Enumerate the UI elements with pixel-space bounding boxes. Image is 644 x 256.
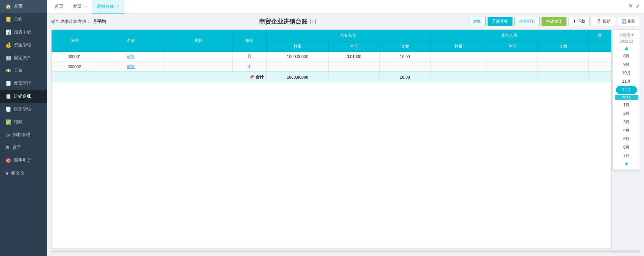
- sidebar-item-guide[interactable]: 🎯 新手引导: [0, 154, 47, 167]
- refresh-icon: 🔄: [621, 19, 626, 24]
- total-ci-qty: [430, 72, 487, 82]
- home-icon: 🏠: [5, 4, 11, 9]
- sidebar-label-close: 结账: [14, 119, 23, 125]
- sidebar: 🏠 首页 📒 总账 📊 报表中心 💰 资金管理 🏢 固定资产 💵 工资 🧾 发票…: [0, 0, 47, 256]
- sidebar-label-guide: 新手引导: [14, 157, 31, 163]
- close-account-icon: ✅: [5, 119, 11, 125]
- col-unit: 单位: [233, 30, 267, 52]
- tab-stock[interactable]: 进销台账 ×: [92, 0, 124, 14]
- cost-method-value: 月平均: [93, 19, 106, 25]
- month-7[interactable]: 7月: [613, 152, 640, 160]
- page-title: 商贸企业进销台账: [259, 18, 308, 26]
- reopen-button[interactable]: 重新开账: [488, 17, 513, 26]
- sidebar-item-settings[interactable]: ⚙ 设置: [0, 141, 47, 154]
- sidebar-item-assets[interactable]: 🏢 固定资产: [0, 51, 47, 64]
- salary-icon: 💵: [5, 68, 11, 73]
- funds-icon: 💰: [5, 42, 11, 48]
- col-id: 编号: [52, 30, 97, 52]
- month-12[interactable]: 12月: [616, 86, 637, 94]
- content-area: ✕ ⤢ 销售成本计算方法： 月平均 商贸企业进销台账 i 对账 重新开账 存货别…: [47, 14, 644, 256]
- name-link[interactable]: 前缸: [127, 64, 135, 69]
- cell-pb-amount: [379, 62, 430, 72]
- cell-ci-qty: [430, 62, 487, 72]
- tab-home[interactable]: 首页: [50, 0, 68, 14]
- cell-ci-extra: [588, 62, 611, 72]
- sidebar-item-tax[interactable]: 📑 税务管理: [0, 103, 47, 116]
- sidebar-item-invoice[interactable]: 🧾 发票管理: [0, 77, 47, 90]
- cell-pb-qty: [266, 62, 328, 72]
- total-row: 📌合计 1000.00000 10.00: [52, 72, 611, 82]
- table-row: 000002 前缸 个: [52, 62, 611, 72]
- toolbar-buttons: 对账 重新开账 存货别名 生成凭证 ⬇ 下载 ❓ 帮助 🔄 刷新: [469, 17, 640, 26]
- sidebar-item-stock[interactable]: 📋 进销台账: [0, 90, 47, 103]
- cell-id: 000002: [52, 62, 97, 72]
- month-scroll-up[interactable]: ▲: [613, 44, 640, 52]
- col-spec: 规格: [165, 30, 233, 52]
- info-icon[interactable]: i: [310, 19, 316, 24]
- total-pb-amount: 10.00: [379, 72, 430, 82]
- month-2[interactable]: 2月: [613, 109, 640, 118]
- col-pb-qty: 数量: [266, 42, 328, 52]
- cell-ci-amount: [538, 62, 589, 72]
- sidebar-item-archive[interactable]: 🗂 归档管理: [0, 128, 47, 141]
- cost-method: 销售成本计算方法： 月平均: [51, 19, 106, 25]
- tab-invoice[interactable]: 发票 ×: [68, 0, 92, 14]
- col-ci-amount: 金额: [538, 42, 589, 52]
- cell-unit: 个: [233, 62, 267, 72]
- reconcile-button[interactable]: 对账: [469, 17, 486, 26]
- sidebar-item-close[interactable]: ✅ 结账: [0, 116, 47, 128]
- month-3[interactable]: 3月: [613, 118, 640, 126]
- sidebar-item-home[interactable]: 🏠 首页: [0, 0, 47, 13]
- tab-home-label: 首页: [55, 3, 63, 9]
- month-6[interactable]: 6月: [613, 143, 640, 152]
- help-button[interactable]: ❓ 帮助: [592, 17, 615, 26]
- archive-icon: 🗂: [5, 132, 10, 137]
- table-row: 000001 前缸 只 1000.00000 0.01000 10.00: [52, 52, 611, 62]
- month-5[interactable]: 5月: [613, 135, 640, 143]
- horizontal-scrollbar[interactable]: [51, 250, 640, 253]
- download-icon: ⬇: [573, 19, 576, 24]
- total-icon: 📌: [249, 75, 254, 79]
- settings-icon: ⚙: [5, 145, 10, 150]
- save-alias-button[interactable]: 存货别名: [515, 17, 539, 26]
- sidebar-label-salary: 工资: [14, 68, 23, 74]
- tax-icon: 📑: [5, 106, 11, 112]
- sidebar-item-ledger[interactable]: 📒 总账: [0, 13, 47, 26]
- col-ci-price: 单价: [487, 42, 538, 52]
- total-pb-price: [329, 72, 380, 82]
- month-scroll-down[interactable]: ▼: [613, 160, 640, 168]
- tab-stock-label: 进销台账: [96, 3, 114, 9]
- sidebar-item-funds[interactable]: 💰 资金管理: [0, 39, 47, 51]
- month-8[interactable]: 8月: [613, 52, 640, 60]
- cell-ci-price: [487, 52, 538, 62]
- month-10[interactable]: 10月: [613, 69, 640, 77]
- sidebar-label-assets: 固定资产: [14, 55, 31, 61]
- month-4[interactable]: 4月: [613, 126, 640, 135]
- month-1[interactable]: 1月: [613, 101, 640, 109]
- col-pb-amount: 金额: [379, 42, 430, 52]
- col-name: 名称: [97, 30, 165, 52]
- stock-table: 编号 名称 规格 单位 期初余额 本期入库 数 数量 单价 金额 数: [52, 30, 611, 82]
- page-title-area: 商贸企业进销台账 i: [109, 18, 466, 26]
- month-9[interactable]: 9月: [613, 60, 640, 69]
- refresh-button[interactable]: 🔄 刷新: [617, 17, 640, 26]
- generate-voucher-button[interactable]: 生成凭证: [541, 17, 566, 26]
- tab-stock-close[interactable]: ×: [117, 4, 119, 8]
- name-link[interactable]: 前缸: [127, 54, 135, 59]
- sidebar-item-salary[interactable]: 💵 工资: [0, 64, 47, 77]
- month-11[interactable]: 11月: [613, 77, 640, 86]
- tab-invoice-close[interactable]: ×: [85, 4, 87, 8]
- total-ci-amount: [538, 72, 589, 82]
- cost-method-label: 销售成本计算方法：: [51, 19, 91, 25]
- cell-spec: [165, 52, 233, 62]
- main-area: 首页 发票 × 进销台账 × ✕ ⤢ 销售成本计算方法： 月平均 商贸企业进销台…: [47, 0, 644, 256]
- stock-table-wrapper: 编号 名称 规格 单位 期初余额 本期入库 数 数量 单价 金额 数: [51, 29, 612, 249]
- report-icon: 📊: [5, 29, 11, 35]
- sidebar-label-funds: 资金管理: [14, 42, 31, 48]
- sidebar-item-vip[interactable]: V 畅会员: [0, 167, 47, 180]
- cell-ci-amount: [538, 52, 589, 62]
- sidebar-item-report[interactable]: 📊 报表中心: [0, 26, 47, 39]
- sidebar-label-archive: 归档管理: [13, 132, 30, 138]
- sidebar-label-report: 报表中心: [14, 29, 31, 35]
- download-button[interactable]: ⬇ 下载: [568, 17, 590, 26]
